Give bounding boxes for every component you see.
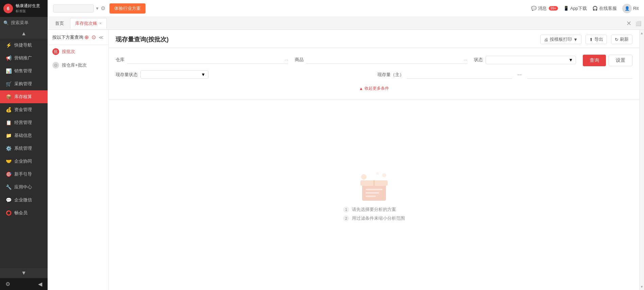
sidebar-item-label: 销售管理 <box>14 68 32 74</box>
scrollbar-up[interactable]: ▲ <box>639 30 644 36</box>
topbar-actions: 💬 消息 99+ 📱 App下载 🎧 在线客服 👤 Rit <box>531 4 639 13</box>
print-button[interactable]: 🖨 按模板打印 ▼ <box>540 35 581 44</box>
sidebar-item-label: 应用中心 <box>14 184 32 190</box>
empty-state: 1 请先选择要分析的方案 2 用过滤条件来缩小分析范围 <box>109 100 639 290</box>
tab-close-icon[interactable]: × <box>99 21 102 26</box>
inventory-qty-label: 现存量（主） <box>377 72 404 78</box>
active-tab-label: 库存批次账 <box>75 20 97 26</box>
sidebar-item-inventory[interactable]: 📦 库存核算 <box>0 90 48 103</box>
settings-button[interactable]: 设置 <box>609 55 632 66</box>
tab-inventory-batch[interactable]: 库存批次账 × <box>70 18 107 29</box>
filter-panel-label: 按以下方案查询 <box>52 34 83 40</box>
inventory-status-select[interactable] <box>143 72 201 77</box>
app-download-action[interactable]: 📱 App下载 <box>563 5 587 12</box>
query-header: 现存量查询(按批次) 🖨 按模板打印 ▼ ⬆ 导出 ↻ 刷新 <box>109 30 639 48</box>
filter-panel-header: 按以下方案查询 ⊕ ⊙ ≪ <box>48 30 108 45</box>
product-field: 商品 ··· <box>295 56 467 64</box>
panel-expand-button[interactable]: ⬜ <box>635 21 641 26</box>
sidebar-item-shortcut[interactable]: ⚡ 快捷导航 <box>0 39 48 52</box>
topbar-dropdown-icon[interactable]: ▼ <box>95 6 99 11</box>
filter-add-icon[interactable]: ⊕ <box>84 34 89 40</box>
sidebar-item-label: 资金管理 <box>14 107 32 113</box>
content-area: 按以下方案查询 ⊕ ⊙ ≪ 批 按批次 ⊙ 按仓库+批次 现存量查询(按批次) <box>48 30 644 290</box>
app-logo: 6 <box>3 4 13 13</box>
product-label: 商品 <box>295 57 304 63</box>
sidebar-item-label: 企业微信 <box>14 197 32 203</box>
sidebar-item-appstore[interactable]: 🔧 应用中心 <box>0 181 48 194</box>
collapse-icon[interactable]: ◀ <box>38 281 42 287</box>
hint-text-1: 请先选择要分析的方案 <box>352 206 396 213</box>
warehouse-batch-icon: ⊙ <box>52 62 59 69</box>
sidebar-item-label: 新手引导 <box>14 171 32 177</box>
product-more-icon[interactable]: ··· <box>464 57 467 62</box>
company-info: 畅康通好生意 标准版 <box>16 3 40 14</box>
inventory-qty-to-wrapper <box>527 71 633 79</box>
sidebar-item-label: 快捷导航 <box>14 42 32 48</box>
sidebar-item-enterprise[interactable]: 🤝 企业协同 <box>0 155 48 168</box>
sidebar-item-label: 营销推广 <box>14 55 32 61</box>
sidebar-item-purchase[interactable]: 🛒 采购管理 <box>0 77 48 90</box>
svg-rect-5 <box>366 196 376 197</box>
sidebar-item-member[interactable]: ⭕ 畅会员 <box>0 206 48 219</box>
query-area: 现存量查询(按批次) 🖨 按模板打印 ▼ ⬆ 导出 ↻ 刷新 <box>109 30 639 290</box>
page-title: 现存量查询(按批次) <box>116 35 169 43</box>
warehouse-more-icon[interactable]: ··· <box>285 57 288 62</box>
trial-button[interactable]: 体验行业方案 <box>109 3 146 14</box>
scroll-down-button[interactable]: ▼ <box>0 268 48 278</box>
product-input[interactable] <box>306 57 464 62</box>
online-service-action[interactable]: 🎧 在线客服 <box>592 5 617 12</box>
export-button[interactable]: ⬆ 导出 <box>586 35 607 44</box>
status-field: 状态 ▼ <box>474 56 576 64</box>
sidebar-item-basic[interactable]: 📁 基础信息 <box>0 129 48 142</box>
filter-settings-icon[interactable]: ⊙ <box>91 34 96 40</box>
inventory-qty-to-input[interactable] <box>527 72 633 77</box>
warehouse-input[interactable] <box>127 57 285 62</box>
refresh-icon: ↻ <box>615 37 618 42</box>
topbar-search-input[interactable] <box>53 4 94 13</box>
sidebar-item-sales[interactable]: 📊 销售管理 <box>0 65 48 77</box>
filter-collapse-icon[interactable]: ≪ <box>99 35 104 40</box>
hint-num-1: 1 <box>343 206 349 213</box>
scrollbar-down[interactable]: ▼ <box>639 284 644 290</box>
sidebar-item-wechat[interactable]: 💬 企业微信 <box>0 194 48 206</box>
empty-hints: 1 请先选择要分析的方案 2 用过滤条件来缩小分析范围 <box>343 206 405 221</box>
service-icon: 🎧 <box>592 6 598 11</box>
search-menu[interactable]: 🔍 搜索菜单 <box>0 17 48 29</box>
warehouse-input-wrapper: ··· <box>127 56 288 64</box>
hint-text-2: 用过滤条件来缩小分析范围 <box>352 215 405 221</box>
messages-action[interactable]: 💬 消息 99+ <box>531 5 558 12</box>
shortcut-icon: ⚡ <box>5 42 12 48</box>
refresh-button[interactable]: ↻ 刷新 <box>611 35 632 44</box>
svg-point-7 <box>382 173 386 177</box>
username: Rit <box>633 6 639 11</box>
operations-icon: 📋 <box>5 120 12 126</box>
user-profile[interactable]: 👤 Rit <box>622 4 639 13</box>
settings-icon[interactable]: ⚙ <box>5 281 10 287</box>
sidebar-item-marketing[interactable]: 📢 营销推广 <box>0 52 48 65</box>
tab-home[interactable]: 首页 <box>50 18 69 29</box>
sidebar-item-finance[interactable]: 💰 资金管理 <box>0 103 48 116</box>
panel-close-button[interactable]: ✕ <box>624 20 634 27</box>
inventory-status-select-wrapper: ▼ <box>140 70 208 79</box>
sidebar-item-system[interactable]: ⚙️ 系统管理 <box>0 142 48 155</box>
collapse-chevron-icon: ▲ <box>359 86 363 91</box>
sidebar-item-operations[interactable]: 📋 经营管理 <box>0 116 48 129</box>
sidebar-item-newbie[interactable]: 🎯 新手引导 <box>0 168 48 181</box>
refresh-label: 刷新 <box>620 36 629 42</box>
filter-item-by-warehouse-batch[interactable]: ⊙ 按仓库+批次 <box>48 58 108 72</box>
filter-item-by-batch[interactable]: 批 按批次 <box>48 45 108 58</box>
finance-icon: 💰 <box>5 107 12 113</box>
app-download-label: App下载 <box>570 5 587 12</box>
sidebar-item-label: 基础信息 <box>14 132 32 139</box>
scroll-up-button[interactable]: ▲ <box>0 29 48 39</box>
query-button[interactable]: 查询 <box>583 55 606 66</box>
filter-panel-actions: ⊕ ⊙ ≪ <box>84 34 104 40</box>
topbar-settings-icon[interactable]: ⚙ <box>101 5 105 12</box>
company-name: 畅康通好生意 <box>16 3 40 9</box>
sales-icon: 📊 <box>5 68 12 74</box>
inventory-qty-from-input[interactable] <box>407 72 512 77</box>
search-menu-label: 搜索菜单 <box>11 20 29 26</box>
status-select[interactable] <box>489 57 569 62</box>
collapse-more-conditions[interactable]: ▲ 收起更多条件 <box>116 83 632 94</box>
warehouse-field: 仓库 ··· <box>116 56 288 64</box>
